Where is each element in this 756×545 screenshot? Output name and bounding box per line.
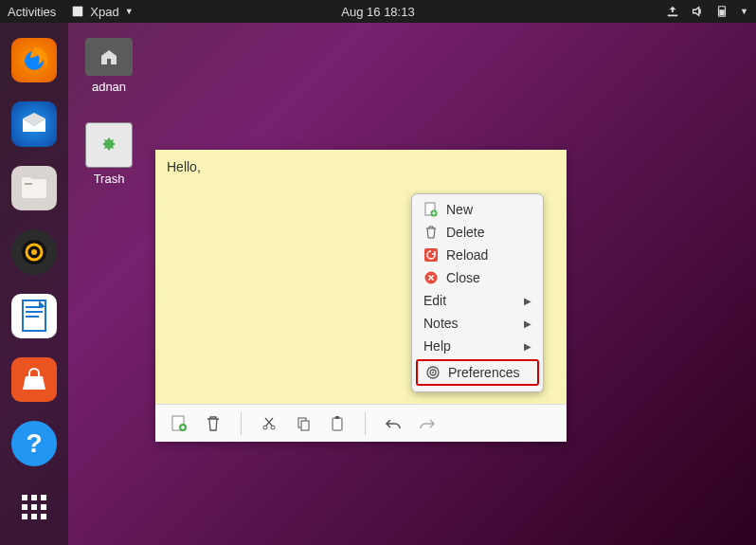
svg-rect-6 [25,183,32,185]
menu-reload[interactable]: Reload [412,244,543,266]
dock-libreoffice-writer[interactable] [11,294,57,338]
menu-delete-label: Delete [446,225,484,240]
menu-delete[interactable]: Delete [412,221,543,244]
svg-rect-21 [335,416,339,419]
svg-point-28 [432,372,434,373]
rhythmbox-icon [20,238,48,266]
undo-icon [385,417,402,430]
delete-note-button[interactable] [203,413,224,434]
volume-icon [691,5,704,18]
dropdown-arrow-icon: ▼ [125,7,134,16]
writer-icon [20,299,48,333]
menu-preferences[interactable]: Preferences [416,359,539,386]
svg-point-9 [31,249,37,255]
xpad-app-icon [71,5,84,18]
battery-icon [715,5,729,18]
new-icon [423,202,439,217]
note-toolbar [155,404,567,442]
software-icon [20,367,48,393]
dock: ? [0,23,68,545]
svg-rect-2 [719,9,724,15]
menu-new-label: New [446,202,473,217]
files-icon [20,175,48,200]
apps-grid-icon [22,495,46,519]
submenu-arrow-icon: ▶ [524,296,531,306]
menu-edit[interactable]: Edit ▶ [412,289,543,312]
menu-preferences-label: Preferences [448,365,519,380]
app-menu-label: Xpad [90,5,118,19]
menu-new[interactable]: New [412,198,543,221]
submenu-arrow-icon: ▶ [524,341,531,352]
dock-firefox[interactable] [11,38,57,82]
dock-show-applications[interactable] [11,485,57,530]
copy-icon [296,416,311,431]
cut-button[interactable] [259,413,279,434]
menu-reload-label: Reload [446,247,488,263]
paste-icon [330,415,345,432]
dock-ubuntu-software[interactable] [11,357,57,402]
menu-edit-label: Edit [423,293,446,308]
system-menu-arrow-icon: ▼ [740,7,748,16]
cut-icon [261,416,277,431]
delete-icon [423,225,439,240]
reload-icon [423,247,439,263]
dock-help[interactable]: ? [11,421,57,465]
svg-rect-24 [424,248,438,262]
help-icon: ? [26,428,42,459]
trash-icon [85,122,133,168]
svg-point-17 [271,426,275,429]
context-menu: New Delete Reload Close Edit ▶ Notes ▶ H… [411,193,544,392]
app-menu-button[interactable]: Xpad ▼ [71,5,133,19]
dock-thunderbird[interactable] [11,101,57,146]
redo-icon [419,417,436,430]
menu-help-label: Help [423,338,451,354]
new-note-button[interactable] [169,413,189,434]
trash[interactable]: Trash [85,122,133,186]
home-folder[interactable]: adnan [85,38,133,94]
menu-notes[interactable]: Notes ▶ [412,312,543,335]
menu-close-label: Close [446,270,480,285]
desktop-icons: adnan Trash [85,38,133,186]
dock-rhythmbox[interactable] [11,229,57,274]
svg-rect-19 [301,421,309,430]
preferences-icon [425,365,441,380]
submenu-arrow-icon: ▶ [524,318,531,329]
redo-button[interactable] [417,413,438,434]
close-icon [423,270,439,285]
svg-rect-13 [26,316,39,318]
menu-help[interactable]: Help ▶ [412,335,543,357]
home-folder-label: adnan [92,80,126,94]
copy-button[interactable] [293,413,314,434]
toolbar-separator [365,412,366,435]
menu-close[interactable]: Close [412,266,543,289]
thunderbird-icon [19,109,49,139]
clock[interactable]: Aug 16 18:13 [341,5,414,19]
svg-rect-20 [333,418,342,430]
toolbar-separator [241,412,242,435]
network-icon [666,5,679,18]
dock-files[interactable] [11,166,57,210]
system-status-area[interactable]: ▼ [666,5,748,18]
firefox-icon [18,45,50,77]
menu-notes-label: Notes [423,316,459,331]
trash-label: Trash [94,172,125,186]
paste-button[interactable] [327,413,348,434]
top-bar: Activities Xpad ▼ Aug 16 18:13 ▼ [0,0,756,23]
activities-button[interactable]: Activities [8,5,56,19]
svg-point-16 [263,426,267,429]
trash-tool-icon [206,415,221,432]
undo-button[interactable] [383,413,404,434]
folder-icon [85,38,133,76]
svg-rect-12 [26,311,43,313]
svg-rect-5 [22,177,31,182]
new-note-icon [171,415,188,432]
svg-rect-0 [73,7,83,17]
